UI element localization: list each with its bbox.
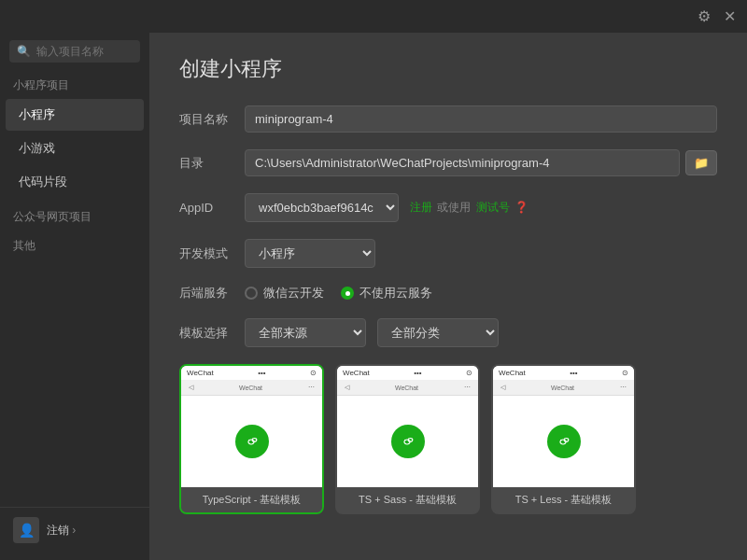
main-layout: 🔍 小程序项目 小程序 小游戏 代码片段 公众号网页项目 其他 👤 注销 › 创…	[0, 33, 747, 560]
phone-body	[181, 396, 322, 487]
dev-mode-row: 开发模式 小程序	[179, 239, 717, 268]
cloud-label: 微信云开发	[263, 285, 324, 301]
card-preview-ts-sass: WeChat•••⊙ ◁WeChat⋯	[337, 366, 478, 487]
register-link[interactable]: 注册	[410, 201, 432, 214]
appid-select[interactable]: wxf0ebcb3baef9614c	[245, 193, 399, 222]
phone-top-2: WeChat•••⊙	[337, 366, 478, 380]
sidebar-item-minigame[interactable]: 小游戏	[6, 133, 144, 164]
content-area: 创建小程序 项目名称 目录 📁 AppID wxf0ebcb3baef9614c…	[149, 33, 747, 560]
backend-radio-group: 微信云开发 不使用云服务	[245, 285, 432, 301]
wx-logo-2	[391, 425, 425, 458]
page-title: 创建小程序	[179, 55, 717, 83]
template-select-label: 模板选择	[179, 325, 245, 342]
card-label-ts-sass: TS + Sass - 基础模板	[337, 487, 478, 512]
appid-links: 注册 或使用 测试号 ❓	[408, 200, 529, 216]
backend-label: 后端服务	[179, 285, 245, 301]
appid-label: AppID	[179, 201, 245, 215]
help-icon[interactable]: ❓	[514, 201, 529, 214]
dev-mode-label: 开发模式	[179, 245, 245, 262]
other-section-label: 其他	[0, 229, 149, 258]
project-name-row: 项目名称	[179, 105, 717, 133]
phone-body-2	[337, 396, 478, 487]
template-select-row: 模板选择 全部来源 全部分类	[179, 318, 717, 347]
no-cloud-option[interactable]: 不使用云服务	[341, 285, 432, 301]
appid-row: AppID wxf0ebcb3baef9614c 注册 或使用 测试号 ❓	[179, 193, 717, 222]
sidebar-item-miniprogram[interactable]: 小程序	[6, 99, 144, 131]
appid-input-row: wxf0ebcb3baef9614c 注册 或使用 测试号 ❓	[245, 193, 717, 222]
wx-logo	[235, 425, 269, 458]
backend-row: 后端服务 微信云开发 不使用云服务	[179, 285, 717, 301]
search-input[interactable]	[36, 45, 133, 58]
project-name-label: 项目名称	[179, 111, 245, 128]
settings-icon[interactable]: ⚙	[698, 7, 711, 25]
template-category-select[interactable]: 全部分类	[377, 318, 499, 347]
sidebar: 🔍 小程序项目 小程序 小游戏 代码片段 公众号网页项目 其他 👤 注销 ›	[0, 33, 149, 560]
project-name-input[interactable]	[245, 105, 717, 133]
sidebar-item-codesnippet[interactable]: 代码片段	[6, 166, 144, 198]
template-selects: 全部来源 全部分类	[245, 318, 717, 347]
logout-button[interactable]: 注销 ›	[47, 523, 76, 539]
search-icon: 🔍	[17, 45, 31, 58]
search-box[interactable]: 🔍	[9, 40, 140, 63]
phone-nav-3: ◁WeChat⋯	[493, 380, 634, 396]
no-cloud-radio[interactable]	[341, 287, 354, 300]
phone-body-3	[493, 396, 634, 487]
phone-nav-2: ◁WeChat⋯	[337, 380, 478, 396]
cloud-option[interactable]: 微信云开发	[245, 285, 324, 301]
miniprogram-section-label: 小程序项目	[0, 74, 149, 97]
dev-mode-select[interactable]: 小程序	[245, 239, 375, 268]
wx-logo-3	[547, 425, 581, 458]
cloud-radio[interactable]	[245, 287, 258, 300]
logout-arrow: ›	[72, 524, 76, 537]
card-preview-typescript: WeChat•••⊙ ◁WeChat⋯	[181, 366, 322, 487]
directory-row: 目录 📁	[179, 149, 717, 176]
template-card-ts-less[interactable]: WeChat•••⊙ ◁WeChat⋯ TS + L	[491, 364, 636, 514]
template-cards: WeChat•••⊙ ◁WeChat⋯ TypeSc	[179, 364, 717, 524]
avatar: 👤	[13, 517, 39, 543]
close-icon[interactable]: ✕	[724, 7, 736, 25]
directory-browse-button[interactable]: 📁	[685, 150, 717, 175]
mp-webpage-section-label: 公众号网页项目	[0, 200, 149, 229]
sidebar-bottom: 👤 注销 ›	[0, 507, 149, 553]
title-bar: ⚙ ✕	[0, 0, 747, 33]
directory-input-row: 📁	[245, 149, 717, 176]
card-label-typescript: TypeScript - 基础模板	[181, 487, 322, 512]
template-card-typescript[interactable]: WeChat•••⊙ ◁WeChat⋯ TypeSc	[179, 364, 324, 514]
card-preview-ts-less: WeChat•••⊙ ◁WeChat⋯	[493, 366, 634, 487]
phone-top: WeChat•••⊙	[181, 366, 322, 380]
directory-label: 目录	[179, 155, 245, 172]
card-label-ts-less: TS + Less - 基础模板	[493, 487, 634, 512]
test-id-link[interactable]: 测试号	[476, 201, 510, 214]
template-source-select[interactable]: 全部来源	[245, 318, 366, 347]
directory-input[interactable]	[245, 149, 680, 176]
template-card-ts-sass[interactable]: WeChat•••⊙ ◁WeChat⋯ TS + S	[335, 364, 480, 514]
no-cloud-label: 不使用云服务	[359, 285, 432, 301]
phone-top-3: WeChat•••⊙	[493, 366, 634, 380]
phone-nav: ◁WeChat⋯	[181, 380, 322, 396]
